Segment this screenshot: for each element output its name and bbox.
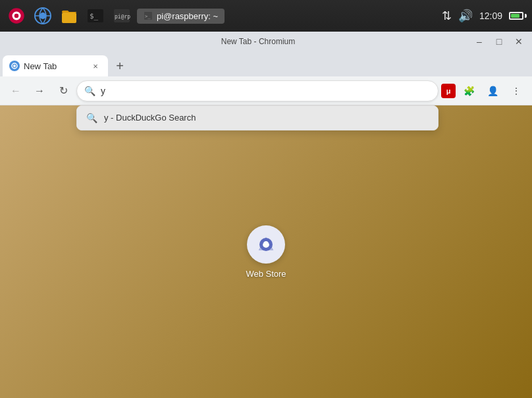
svg-point-14: [13, 65, 16, 67]
ublock-icon[interactable]: μ: [441, 84, 456, 98]
autocomplete-dropdown: 🔍 y - DuckDuckGo Search: [76, 105, 439, 130]
ublock-label: μ: [446, 87, 451, 95]
terminal-taskbar-icon[interactable]: $_: [84, 5, 107, 27]
svg-text:pi@rpi: pi@rpi: [115, 14, 130, 20]
web-store-label: Web Store: [246, 269, 286, 279]
raspberry-menu-icon[interactable]: [5, 5, 28, 27]
account-icon: 👤: [487, 86, 498, 96]
web-store-shortcut[interactable]: Web Store: [246, 225, 286, 279]
nav-bar: ← → ↻ 🔍 🔍 y - DuckDuckGo Search μ 🧩 👤 ⋮: [0, 76, 532, 105]
network-transfer-icon[interactable]: ⇅: [442, 9, 452, 23]
tab-close-button[interactable]: ×: [90, 60, 101, 72]
browser-window: New Tab - Chromium – □ ✕ New Tab × + ← →…: [0, 32, 532, 398]
svg-rect-6: [62, 13, 76, 23]
pi-terminal-taskbar-icon[interactable]: pi@rpi: [111, 5, 133, 27]
taskbar: $_ pi@rpi >_ pi@raspberry: ~ ⇅ 🔊 12:09: [0, 0, 532, 32]
autocomplete-search-icon: 🔍: [86, 113, 97, 123]
address-bar[interactable]: [76, 80, 439, 101]
battery-indicator: [509, 12, 527, 20]
minimize-button[interactable]: –: [471, 34, 487, 49]
active-app-label[interactable]: >_ pi@raspberry: ~: [137, 9, 225, 24]
new-tab-button[interactable]: +: [111, 57, 129, 75]
title-bar-text: New Tab - Chromium: [45, 37, 471, 46]
forward-button[interactable]: →: [29, 80, 50, 101]
tab-title: New Tab: [24, 61, 86, 71]
menu-button[interactable]: ⋮: [506, 80, 527, 101]
browser-taskbar-icon[interactable]: [32, 5, 54, 27]
reload-button[interactable]: ↻: [53, 80, 74, 101]
tab-favicon: [9, 61, 20, 71]
address-bar-container: 🔍 🔍 y - DuckDuckGo Search: [76, 80, 439, 101]
svg-text:>_: >_: [145, 14, 151, 19]
tab-bar: New Tab × +: [0, 51, 532, 76]
autocomplete-item[interactable]: 🔍 y - DuckDuckGo Search: [77, 106, 438, 130]
clock-display: 12:09: [479, 11, 502, 21]
back-button[interactable]: ←: [5, 80, 26, 101]
title-bar: New Tab - Chromium – □ ✕: [0, 32, 532, 51]
extensions-button[interactable]: 🧩: [458, 80, 479, 101]
svg-text:$_: $_: [90, 12, 99, 20]
browser-tab[interactable]: New Tab ×: [3, 55, 108, 76]
maximize-button[interactable]: □: [491, 34, 507, 49]
taskbar-right-area: ⇅ 🔊 12:09: [442, 9, 527, 23]
autocomplete-item-text: y - DuckDuckGo Search: [104, 113, 196, 123]
file-manager-taskbar-icon[interactable]: [58, 5, 80, 27]
page-content: Web Store: [0, 105, 532, 398]
close-button[interactable]: ✕: [511, 34, 527, 49]
account-button[interactable]: 👤: [482, 80, 503, 101]
svg-point-2: [14, 14, 19, 18]
extensions-icon: 🧩: [464, 86, 475, 96]
window-controls: – □ ✕: [471, 34, 527, 49]
active-app-text: pi@raspberry: ~: [157, 11, 218, 21]
web-store-icon: [247, 225, 285, 264]
volume-icon[interactable]: 🔊: [458, 9, 473, 23]
